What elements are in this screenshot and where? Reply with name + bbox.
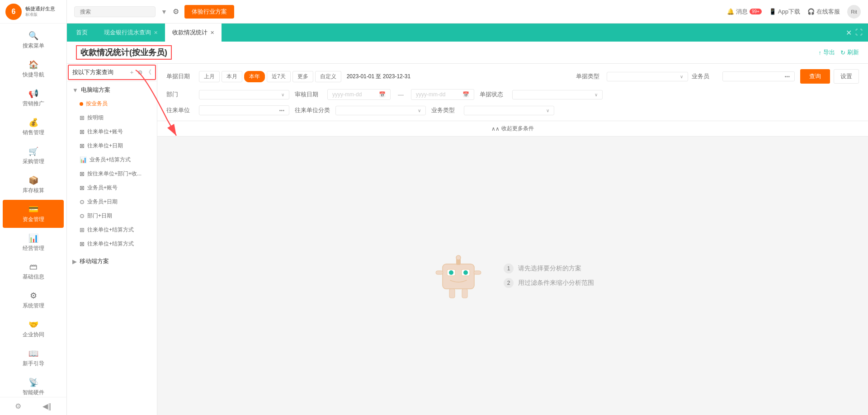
sidebar-item-label: 企业协同 [23,331,44,339]
sidebar: 6 畅捷通好生意 标准版 🔍 搜索菜单 🏠 快捷导航 📢 营销推广 💰 销售管理… [0,0,67,415]
tab-fullscreen-icon[interactable]: ⛶ [855,28,863,37]
system-icon: ⚙ [30,291,37,301]
date-btn-more[interactable]: 更多 [292,71,313,82]
tab-bank-flow-close-icon[interactable]: ✕ [154,30,158,36]
schema-item-counterpart-dept-collect[interactable]: ⊠ 按往来单位+部门+收... [67,167,157,181]
tab-bank-flow[interactable]: 现金银行流水查询 ✕ [97,24,165,42]
sidebar-item-basic[interactable]: 🗃 基础信息 [3,258,64,285]
sidebar-item-marketing[interactable]: 📢 营销推广 [3,84,64,112]
download-icon: 📱 [769,8,776,15]
schema-item-salesperson-settlement[interactable]: 📊 业务员+结算方式 [67,153,157,167]
tab-bar: 首页 现金银行流水查询 ✕ 收款情况统计 ✕ ✕ ⛶ [67,24,868,42]
calendar-start-icon[interactable]: 📅 [379,91,386,98]
counterpart-more-icon: ••• [279,108,284,113]
sidebar-item-enterprise[interactable]: 🤝 企业协同 [3,315,64,343]
schema-item-counterpart-account[interactable]: ⊠ 往来单位+账号 [67,125,157,139]
collapse-btn-label: 收起更多条件 [501,125,534,132]
sidebar-item-hardware[interactable]: 📡 智能硬件 [3,373,64,397]
sidebar-item-sales[interactable]: 💰 销售管理 [3,113,64,141]
tab-close-all-icon[interactable]: ✕ [846,28,852,37]
sidebar-item-operation[interactable]: 📊 经营管理 [3,229,64,257]
export-button[interactable]: ↑ 导出 [819,48,835,57]
schema-group-desktop-header[interactable]: ▼ 电脑端方案 [67,83,157,97]
sidebar-item-label: 资金管理 [23,216,44,223]
settings-button[interactable]: 设置 [834,69,859,84]
content-area: 按以下方案查询 ＋ ⚙ 《 ▼ 电脑端方案 按业务员 [67,64,868,415]
tab-collection-stats-close-icon[interactable]: ✕ [210,30,214,36]
salesperson-select[interactable]: ••• [722,71,795,81]
date-btn-last-month[interactable]: 上月 [199,71,220,82]
doc-status-select[interactable]: ∨ [512,90,603,99]
date-options-group: 上月 本月 本年 近7天 更多 自定义 2023-01-01 至 2023-12… [199,71,410,82]
tab-collection-stats[interactable]: 收款情况统计 ✕ [165,24,222,42]
sidebar-item-search-menu[interactable]: 🔍 搜索菜单 [3,26,64,54]
salesperson-date-icon: ⊙ [80,198,85,205]
calendar-end-icon[interactable]: 📅 [462,91,469,98]
refresh-icon: ↻ [840,49,845,56]
add-schema-icon[interactable]: ＋ [129,68,135,76]
sidebar-item-inventory[interactable]: 📦 库存核算 [3,171,64,199]
schema-item-label: 业务员+账号 [87,184,118,192]
schema-item-by-salesperson[interactable]: 按业务员 [67,97,157,111]
counterpart-type-arrow-icon: ∨ [418,108,421,113]
step-2-label: 用过滤条件来缩小分析范围 [518,279,594,287]
collapse-panel-icon[interactable]: 《 [146,68,151,76]
sidebar-item-guide[interactable]: 📖 新手引导 [3,344,64,372]
breadcrumb-search[interactable] [74,6,156,17]
export-label: 导出 [823,48,835,57]
date-btn-this-year[interactable]: 本年 [244,71,265,82]
settings-bottom-icon[interactable]: ⚙ [15,402,21,410]
online-service-btn[interactable]: 🎧 在线客服 [807,8,840,16]
filter-row-3: 往来单位 ••• 往来单位分类 ∨ 业务类型 ∨ [166,105,859,115]
schema-item-label: 往来单位+结算方式 [87,226,134,234]
date-btn-this-month[interactable]: 本月 [222,71,242,82]
schema-item-salesperson-account[interactable]: ⊠ 业务员+账号 [67,181,157,195]
review-date-end[interactable]: yyyy-mm-dd 📅 [411,89,474,100]
data-area: 1 请先选择要分析的方案 2 用过滤条件来缩小分析范围 [157,137,868,415]
collapse-more-btn[interactable]: ∧∧ 收起更多条件 [157,121,868,137]
dept-select[interactable]: ∨ [199,90,289,99]
left-panel-header: 按以下方案查询 ＋ ⚙ 《 [67,64,157,81]
business-type-select[interactable]: ∨ [464,106,554,115]
schema-item-counterpart-date[interactable]: ⊠ 往来单位+日期 [67,139,157,153]
counterpart-label: 往来单位 [166,106,193,114]
refresh-button[interactable]: ↻ 刷新 [840,48,859,57]
trial-button[interactable]: 体验行业方案 [184,5,234,19]
header-settings-icon[interactable]: ⚙ [173,7,179,16]
review-date-end-text: yyyy-mm-dd [416,91,462,98]
doc-type-select[interactable]: ∨ [607,72,688,81]
sidebar-item-label: 新手引导 [23,360,44,368]
header-left: ▼ ⚙ 体验行业方案 [74,5,234,19]
schema-item-by-detail[interactable]: ⊞ 按明细 [67,111,157,125]
schema-item-counterpart-settlement1[interactable]: ⊞ 往来单位+结算方式 [67,223,157,237]
notification-btn[interactable]: 🔔 消息 99+ [727,8,762,16]
sidebar-item-system[interactable]: ⚙ 系统管理 [3,286,64,314]
collapse-sidebar-icon[interactable]: ◀‖ [42,402,52,410]
counterpart-type-select[interactable]: ∨ [335,106,426,115]
user-avatar[interactable]: Rit [847,5,861,19]
manage-schema-icon[interactable]: ⚙ [137,69,143,76]
purchase-icon: 🛒 [28,146,38,156]
counterpart-select[interactable]: ••• [199,105,289,115]
schema-item-counterpart-settlement2[interactable]: ⊠ 往来单位+结算方式 [67,237,157,251]
tab-home[interactable]: 首页 [67,24,97,42]
date-btn-7days[interactable]: 近7天 [267,71,291,82]
date-btn-custom[interactable]: 自定义 [315,71,341,82]
review-date-start[interactable]: yyyy-mm-dd 📅 [327,89,391,100]
schema-group-mobile-header[interactable]: ▶ 移动端方案 [67,255,157,268]
sidebar-item-purchase[interactable]: 🛒 采购管理 [3,142,64,170]
app-download-btn[interactable]: 📱 App下载 [769,8,800,16]
breadcrumb-dropdown-icon[interactable]: ▼ [161,8,167,15]
query-action-btns: 查询 设置 [800,69,859,84]
query-button[interactable]: 查询 [800,69,830,84]
sidebar-item-finance[interactable]: 💳 资金管理 [3,200,64,228]
schema-item-dept-date[interactable]: ⊙ 部门+日期 [67,209,157,223]
schema-item-salesperson-date[interactable]: ⊙ 业务员+日期 [67,195,157,209]
schema-group-mobile-label: 移动端方案 [80,257,109,265]
expand-icon: ▼ [72,87,78,94]
settlement2-icon: ⊠ [80,241,85,247]
settlement1-icon: ⊞ [80,226,85,233]
sidebar-item-quick-nav[interactable]: 🏠 快捷导航 [3,55,64,83]
home-icon: 🏠 [28,60,38,70]
doc-status-arrow-icon: ∨ [594,92,598,97]
